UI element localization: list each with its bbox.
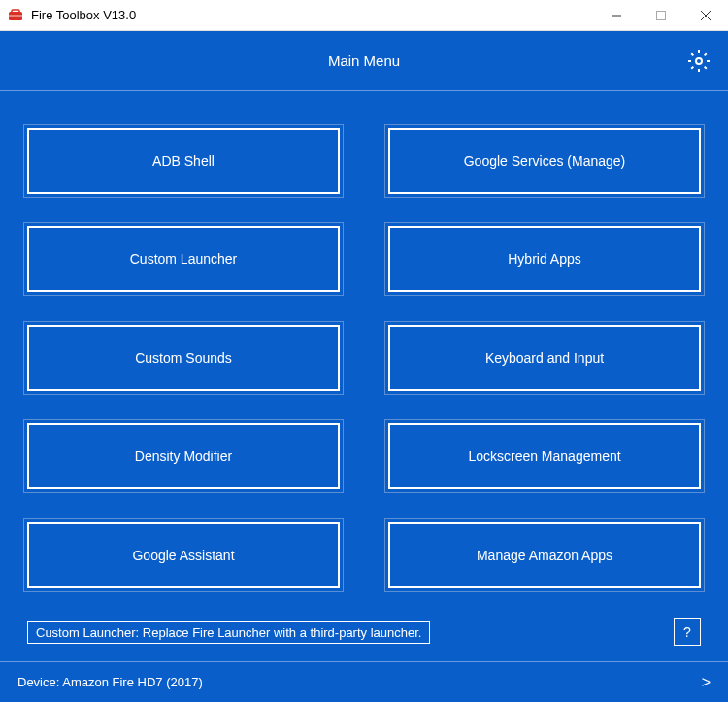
main-content: ADB Shell Google Services (Manage) Custo…: [0, 91, 728, 661]
lockscreen-management-button[interactable]: Lockscreen Management: [388, 423, 701, 489]
help-label: ?: [683, 624, 691, 640]
bottom-row: Custom Launcher: Replace Fire Launcher w…: [27, 618, 701, 646]
next-arrow-icon[interactable]: >: [702, 674, 711, 691]
header: Main Menu: [0, 31, 728, 91]
svg-point-7: [696, 58, 702, 64]
minimize-button[interactable]: [594, 0, 639, 31]
button-label: Custom Sounds: [135, 351, 232, 366]
button-label: Keyboard and Input: [485, 351, 604, 366]
button-label: Hybrid Apps: [508, 251, 580, 267]
custom-sounds-button[interactable]: Custom Sounds: [27, 325, 340, 391]
button-label: Custom Launcher: [130, 251, 238, 267]
svg-rect-1: [12, 10, 19, 13]
button-label: Density Modifier: [135, 449, 232, 464]
adb-shell-button[interactable]: ADB Shell: [27, 128, 340, 194]
settings-icon[interactable]: [687, 50, 711, 73]
button-label: Google Services (Manage): [464, 153, 626, 169]
button-label: Google Assistant: [132, 548, 234, 563]
device-label: Device: Amazon Fire HD7 (2017): [17, 675, 203, 689]
manage-amazon-apps-button[interactable]: Manage Amazon Apps: [388, 522, 701, 588]
menu-grid: ADB Shell Google Services (Manage) Custo…: [27, 128, 701, 595]
window-title: Fire Toolbox V13.0: [31, 8, 594, 22]
hint-text: Custom Launcher: Replace Fire Launcher w…: [27, 621, 430, 644]
titlebar: Fire Toolbox V13.0: [0, 0, 728, 31]
button-label: ADB Shell: [152, 153, 215, 169]
custom-launcher-button[interactable]: Custom Launcher: [27, 226, 340, 292]
hybrid-apps-button[interactable]: Hybrid Apps: [388, 226, 701, 292]
density-modifier-button[interactable]: Density Modifier: [27, 423, 340, 489]
app-body: Main Menu ADB Shell Google Services (Man…: [0, 31, 728, 702]
google-assistant-button[interactable]: Google Assistant: [27, 522, 340, 588]
keyboard-input-button[interactable]: Keyboard and Input: [388, 325, 701, 391]
help-button[interactable]: ?: [674, 618, 701, 646]
svg-rect-4: [657, 12, 666, 20]
page-title: Main Menu: [328, 52, 400, 69]
button-label: Manage Amazon Apps: [477, 548, 612, 563]
footer: Device: Amazon Fire HD7 (2017) >: [0, 661, 728, 702]
google-services-button[interactable]: Google Services (Manage): [388, 128, 701, 194]
close-button[interactable]: [683, 0, 728, 31]
window-controls: [594, 0, 728, 30]
button-label: Lockscreen Management: [468, 449, 620, 464]
maximize-button[interactable]: [639, 0, 683, 31]
app-icon: [8, 8, 23, 23]
